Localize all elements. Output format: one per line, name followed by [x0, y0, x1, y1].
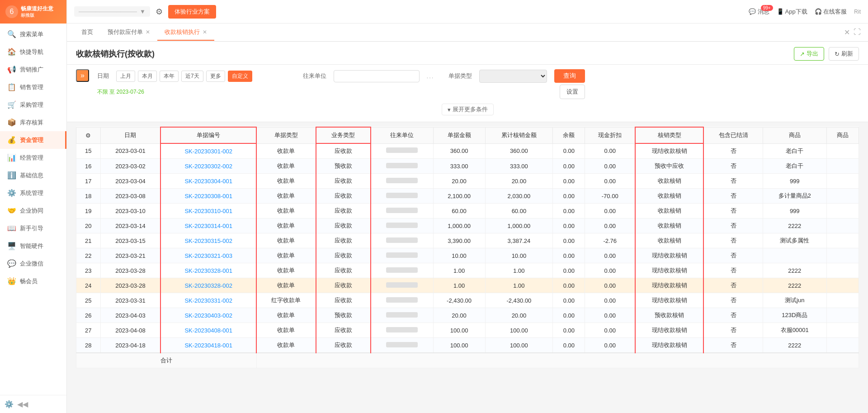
topbar-right: 💬 消息 99+ 📱 App下载 🎧 在线客服 Rit — [749, 8, 861, 16]
sidebar-item-guide-label: 新手引导 — [20, 224, 43, 233]
bill-no-link[interactable]: SK-20230331-002 — [184, 297, 232, 304]
bill-no-link[interactable]: SK-20230408-001 — [184, 327, 232, 334]
solution-button[interactable]: 体验行业方案 — [168, 5, 216, 19]
partner-filter-label: 往来单位 — [303, 72, 326, 80]
bill-no-link[interactable]: SK-20230302-002 — [184, 163, 232, 170]
cell-discount: 0.00 — [585, 293, 635, 308]
messages-button[interactable]: 💬 消息 99+ — [749, 8, 769, 16]
partner-filter-input[interactable] — [334, 70, 420, 82]
tab-close-all-icon[interactable]: ✕ — [844, 28, 850, 37]
cell-included: 否 — [703, 248, 763, 263]
sidebar-item-guide[interactable]: 📖 新手引导 — [0, 219, 66, 237]
date-btn-custom[interactable]: 自定义 — [228, 71, 252, 82]
address-bar[interactable]: ────────────── ▼ — [74, 6, 150, 17]
sidebar-item-finance[interactable]: 💰 资金管理 — [0, 131, 66, 149]
cell-balance: 0.00 — [553, 263, 585, 278]
cell-biz-type: 预收款 — [316, 308, 371, 323]
app-logo: 6 畅康道好生意 标推版 — [0, 0, 66, 24]
cell-included: 否 — [703, 323, 763, 338]
col-amount: 单据金额 — [433, 127, 485, 143]
cell-bill-no: SK-20230308-001 — [160, 189, 256, 204]
table-area[interactable]: ⚙ 日期 单据编号 单据类型 业务类型 往来单位 单据金额 累计核销金额 余额 … — [67, 122, 868, 413]
bill-no-link[interactable]: SK-20230328-001 — [184, 267, 232, 274]
table-footer: 合计 — [76, 353, 859, 368]
setting-button[interactable]: 设置 — [560, 85, 585, 99]
bill-no-link[interactable]: SK-20230308-001 — [184, 193, 232, 199]
tab-collection-close-icon[interactable]: ✕ — [203, 29, 207, 35]
bill-no-link[interactable]: SK-20230314-001 — [184, 223, 232, 229]
cell-date: 2023-03-31 — [100, 293, 160, 308]
cell-biz-type: 应收款 — [316, 293, 371, 308]
sidebar-item-basics[interactable]: ℹ️ 基础信息 — [0, 166, 66, 184]
cell-bill-type: 收款单 — [256, 204, 316, 218]
sidebar-item-purchase[interactable]: 🛒 采购管理 — [0, 96, 66, 114]
collapse-icon[interactable]: ◀◀ — [17, 400, 28, 408]
cell-product2 — [826, 323, 859, 338]
cell-accum: 333.00 — [485, 159, 553, 174]
sidebar-item-wechat[interactable]: 💬 企业微信 — [0, 255, 66, 272]
cell-bill-no: SK-20230321-003 — [160, 248, 256, 263]
date-btn-more[interactable]: 更多 — [206, 71, 225, 82]
filter-toggle-button[interactable]: » — [76, 69, 89, 82]
sidebar-item-member[interactable]: 👑 畅会员 — [0, 272, 66, 290]
tab-prepayment[interactable]: 预付款应付单 ✕ — [100, 24, 157, 41]
tab-maximize-icon[interactable]: ⛶ — [854, 28, 861, 37]
sidebar-item-inventory[interactable]: 📦 库存核算 — [0, 114, 66, 131]
cell-partner — [371, 248, 433, 263]
table-row: 23 2023-03-28 SK-20230328-001 收款单 应收款 1.… — [76, 263, 859, 278]
cell-balance: 0.00 — [553, 233, 585, 248]
sidebar-item-search[interactable]: 🔍 搜索菜单 — [0, 25, 66, 43]
table-row: 27 2023-04-08 SK-20230408-001 收款单 应收款 10… — [76, 323, 859, 338]
sidebar-item-marketing[interactable]: 📢 营销推广 — [0, 61, 66, 78]
cell-date: 2023-03-28 — [100, 278, 160, 293]
export-button[interactable]: ↗ 导出 — [794, 47, 824, 61]
sidebar-item-finance-label: 资金管理 — [20, 136, 43, 144]
cell-product1: 123D商品 — [763, 308, 826, 323]
sidebar-item-hardware[interactable]: 🖥️ 智能硬件 — [0, 237, 66, 255]
bill-no-link[interactable]: SK-20230310-001 — [184, 208, 232, 214]
user-name[interactable]: Rit — [854, 9, 861, 15]
table-row: 25 2023-03-31 SK-20230331-002 红字收款单 应收款 … — [76, 293, 859, 308]
date-btn-last-month[interactable]: 上月 — [116, 71, 135, 82]
cell-partner — [371, 189, 433, 204]
tab-prepayment-close-icon[interactable]: ✕ — [146, 29, 150, 35]
bill-no-link[interactable]: SK-20230301-002 — [184, 148, 232, 155]
bill-type-filter-select[interactable] — [479, 70, 547, 83]
date-btn-this-year[interactable]: 本年 — [160, 71, 179, 82]
query-button[interactable]: 查询 — [554, 69, 585, 83]
cell-partner — [371, 338, 433, 353]
filter-row-1: 日期 上月 本月 本年 近7天 更多 自定义 往来单位 ... — [97, 69, 585, 83]
col-settings-icon[interactable]: ⚙ — [76, 127, 101, 143]
cell-bill-type: 收款单 — [256, 248, 316, 263]
address-chevron-icon: ▼ — [140, 8, 146, 15]
bill-no-link[interactable]: SK-20230403-002 — [184, 312, 232, 319]
cell-bill-type: 收款单 — [256, 189, 316, 204]
address-text: ────────────── — [79, 8, 137, 15]
sidebar-item-sales[interactable]: 📋 销售管理 — [0, 78, 66, 96]
gear-icon[interactable]: ⚙ — [156, 7, 163, 17]
sidebar-item-operations[interactable]: 📊 经营管理 — [0, 149, 66, 166]
app-download-link[interactable]: 📱 App下载 — [777, 8, 807, 16]
sidebar-item-system[interactable]: ⚙️ 系统管理 — [0, 184, 66, 202]
sidebar-item-collab[interactable]: 🤝 企业协同 — [0, 202, 66, 219]
date-btn-this-month[interactable]: 本月 — [138, 71, 157, 82]
cell-discount: 0.00 — [585, 263, 635, 278]
sidebar-item-operations-label: 经营管理 — [20, 154, 43, 162]
tab-collection[interactable]: 收款核销执行 ✕ — [157, 24, 214, 41]
online-service-link[interactable]: 🎧 在线客服 — [815, 8, 847, 16]
sidebar-item-shortcut[interactable]: 🏠 快捷导航 — [0, 43, 66, 61]
expand-more-btn[interactable]: ▾ 展开更多条件 — [442, 104, 494, 115]
date-btn-7days[interactable]: 近7天 — [181, 71, 203, 82]
bill-no-link[interactable]: SK-20230304-001 — [184, 178, 232, 185]
tab-home[interactable]: 首页 — [74, 24, 100, 41]
cell-discount: 0.00 — [585, 308, 635, 323]
settings-bottom-icon[interactable]: ⚙️ — [5, 400, 14, 408]
bill-no-link[interactable]: SK-20230321-003 — [184, 252, 232, 259]
cell-biz-type: 应收款 — [316, 174, 371, 189]
cell-cancel-type: 现结收款核销 — [635, 143, 703, 159]
bill-no-link[interactable]: SK-20230418-001 — [184, 342, 232, 349]
bill-no-link[interactable]: SK-20230328-002 — [184, 282, 232, 289]
refresh-button[interactable]: ↻ 刷新 — [829, 47, 859, 61]
sidebar-item-sales-label: 销售管理 — [20, 83, 43, 91]
bill-no-link[interactable]: SK-20230315-002 — [184, 237, 232, 244]
